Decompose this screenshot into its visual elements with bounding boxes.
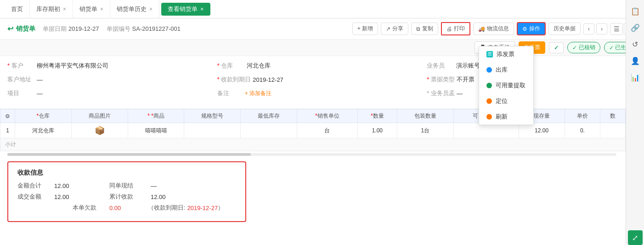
payment-date-label: 收款到期日: [217, 75, 251, 84]
operate-btn[interactable]: ⚙ 操作: [517, 22, 546, 35]
tab-close-sales-order[interactable]: ×: [100, 6, 103, 12]
logistics-btn[interactable]: 🚚 物流信息: [473, 23, 514, 35]
project-label: 项目: [7, 89, 35, 97]
sidebar-expand-icon[interactable]: ⤢: [628, 230, 643, 245]
new-btn[interactable]: + 新增: [352, 23, 378, 35]
sidebar-refresh-icon[interactable]: ↺: [628, 37, 643, 51]
print-icon: 🖨: [446, 26, 452, 32]
doc-date-label: 单据日期: [43, 25, 67, 33]
customer-label: 客户: [7, 62, 35, 70]
doc-meta: 单据日期 2019-12-27 单据编号 SA-20191227-001: [43, 25, 181, 33]
prev-arrow[interactable]: ‹: [583, 23, 594, 34]
confirm-btn[interactable]: ✓: [549, 42, 564, 53]
customer-field: 客户 柳州粤港平安气体有限公司: [7, 62, 217, 70]
dropdown-menu: 票 添发票 出库 可用量提取 定位 刷新: [479, 46, 534, 125]
tab-bar: 首页 库存期初 × 销货单 × 销货单历史 × 查看销货单 × ×: [0, 0, 644, 18]
due-date-value: 2019-12-27: [187, 205, 218, 211]
tab-close-inventory-init[interactable]: ×: [63, 6, 66, 12]
list-view-btn[interactable]: ☰: [610, 23, 623, 35]
share-btn[interactable]: ↗ 分享: [381, 23, 408, 35]
form-row-3: 项目 — 备注 + 添加备注 * 业务员孟 —: [7, 89, 637, 97]
doc-type-badge: ↩ 销货单: [7, 24, 35, 33]
locate-icon: [486, 98, 492, 104]
dropdown-refresh[interactable]: 刷新: [479, 109, 533, 125]
tab-inventory-init[interactable]: 库存期初 ×: [30, 0, 73, 18]
status-sold-badge: ✓ 已核销: [567, 42, 600, 53]
project-field: 项目 —: [7, 89, 217, 97]
deal-amount-label: 成交金额: [17, 193, 54, 201]
cumulative-label: 累计收款: [109, 193, 151, 201]
invoice-type-value: 不开票: [457, 75, 475, 84]
doc-number-label: 单据编号: [107, 25, 130, 33]
col-min-stock: 最低库存: [241, 109, 297, 123]
dropdown-locate[interactable]: 定位: [479, 93, 533, 109]
warehouse-field: 仓库 河北仓库: [217, 62, 427, 70]
col-sales-unit: *销售单位: [297, 109, 358, 123]
payment-row-3: 本单欠款 0.00 （收款到期日: 2019-12-27 ）: [17, 204, 236, 212]
form-row-2: 客户地址 — 收款到期日 2019-12-27 票据类型 不开票: [7, 75, 637, 84]
row-product: 嘻嘻嘻嘻: [128, 123, 184, 138]
col-gear: ⚙: [0, 109, 15, 123]
col-qty: *数量: [357, 109, 397, 123]
payment-row-2: 成交金额 12.00 累计收款 12.00: [17, 193, 236, 201]
copy-icon: ⧉: [416, 26, 420, 32]
form-row-1: 客户 柳州粤港平安气体有限公司 仓库 河北仓库 业务员 演示账号: [7, 62, 637, 70]
customer-value: 柳州粤港平安气体有限公司: [37, 62, 108, 70]
invoice-type-label: 票据类型: [427, 75, 455, 84]
row-min-stock: [241, 123, 297, 138]
row-sales-unit: 台: [297, 123, 358, 138]
tab-sales-order[interactable]: 销货单 ×: [73, 0, 110, 18]
table-row: 1 河北仓库 📦 嘻嘻嘻嘻 台 1.00 1台 12.00 0.: [0, 123, 626, 138]
print-btn[interactable]: 🖨 打印: [441, 22, 470, 35]
tab-close-sales-history[interactable]: ×: [149, 6, 153, 12]
col-pack-qty: 包装数量: [397, 109, 454, 123]
this-order-owed-label: 本单欠款: [73, 204, 109, 212]
salesperson2-value: —: [457, 90, 463, 97]
sidebar-user-icon[interactable]: 👤: [628, 53, 643, 68]
tab-view-sales[interactable]: 查看销货单 ×: [161, 3, 210, 16]
subtotal-label: 小计: [0, 138, 626, 151]
row-spec: [184, 123, 241, 138]
next-arrow[interactable]: ›: [596, 23, 607, 34]
same-order-value: —: [151, 182, 187, 189]
sidebar-chart-icon[interactable]: 📊: [628, 70, 643, 85]
refresh-icon: [486, 114, 492, 120]
ship-out-icon: [486, 67, 492, 73]
dropdown-ship-out[interactable]: 出库: [479, 62, 533, 78]
col-amount: 数: [600, 109, 626, 123]
cumulative-value: 12.00: [151, 194, 187, 200]
tab-home[interactable]: 首页: [5, 0, 30, 18]
operate-icon: ⚙: [522, 26, 527, 32]
row-unit-price: 0.: [565, 123, 600, 138]
copy-btn[interactable]: ⧉ 复制: [411, 23, 438, 35]
col-warehouse: *仓库: [15, 109, 72, 123]
right-sidebar: 📋 🔗 ↺ 👤 📊 ⤢: [626, 0, 644, 245]
row-image: 📦: [71, 123, 128, 138]
scrollbar[interactable]: [7, 153, 616, 156]
toolbar2: 📱 来自手机 未开票 ✓ ✓ 已核销 ✓ 已生效: [0, 40, 644, 56]
add-note-btn[interactable]: + 添加备注: [245, 90, 271, 97]
salesperson2-label: * 业务员孟: [427, 89, 455, 97]
row-warehouse: 河北仓库: [15, 123, 72, 138]
dropdown-add-invoice[interactable]: 票 添发票: [479, 46, 533, 62]
history-btn[interactable]: 历史单据: [548, 23, 581, 35]
tab-sales-history[interactable]: 销货单历史 ×: [110, 0, 159, 18]
doc-header: ↩ 销货单 单据日期 2019-12-27 单据编号 SA-20191227-0…: [0, 18, 644, 40]
col-product: * *商品: [128, 109, 184, 123]
sidebar-clipboard-icon[interactable]: 📋: [628, 4, 643, 18]
note-field: 备注 + 添加备注: [217, 89, 427, 97]
row-pack-qty: 1台: [397, 123, 454, 138]
confirm-icon: ✓: [554, 45, 559, 51]
available-qty-icon: [486, 83, 492, 88]
row-qty: 1.00: [357, 123, 397, 138]
dropdown-available-qty[interactable]: 可用量提取: [479, 78, 533, 93]
payment-title: 收款信息: [17, 169, 236, 177]
row-available: [453, 123, 519, 138]
col-image: 商品图片: [71, 109, 128, 123]
total-value: 12.00: [54, 182, 91, 189]
doc-type-label: 销货单: [16, 25, 35, 33]
payment-info: 收款信息 金额合计 12.00 同单现结 — 成交金额 12.00 累计收款 1…: [7, 161, 246, 222]
sidebar-link-icon[interactable]: 🔗: [628, 20, 643, 35]
tab-close-view-sales[interactable]: ×: [200, 6, 204, 12]
row-current: 12.00: [519, 123, 565, 138]
